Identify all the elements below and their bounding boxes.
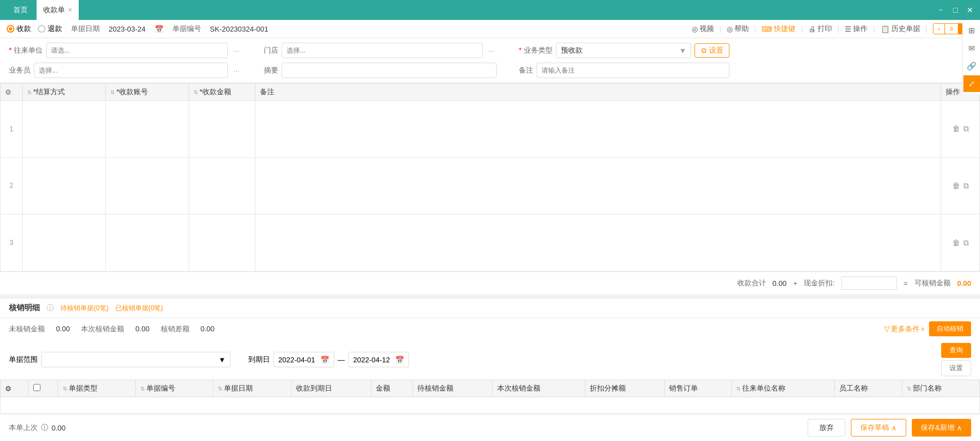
- history-btn[interactable]: 📋 历史单据: [881, 24, 920, 34]
- salesman-ellipsis[interactable]: ···: [231, 66, 242, 75]
- note-field: 备注: [519, 63, 729, 78]
- amount-cell-2[interactable]: [189, 157, 256, 214]
- tab-receipt-label: 收款单: [43, 0, 65, 20]
- done-tab[interactable]: 已核销单据(0笔): [115, 304, 164, 313]
- total-label: 收款合计: [737, 278, 766, 288]
- note-cell-2[interactable]: [256, 157, 941, 214]
- range-label: 单据范围: [9, 355, 38, 365]
- note-cell-1[interactable]: [256, 101, 941, 158]
- help-btn[interactable]: ◎ 帮助: [727, 24, 749, 34]
- bottom-table-header: ⚙ ⇅单据类型 ⇅单据编号 ⇅单据日期 收款到期日 金额 待核: [1, 380, 980, 397]
- radio-receipt[interactable]: 收款: [7, 24, 31, 34]
- date-to-input[interactable]: 2022-04-12 📅: [348, 352, 409, 367]
- plus-sign: +: [793, 279, 798, 288]
- number-label: 单据编号: [172, 24, 201, 34]
- minimize-btn[interactable]: －: [935, 5, 947, 15]
- setting-button[interactable]: ⚙ 设置: [695, 43, 729, 58]
- counterpart-ellipsis[interactable]: ···: [231, 47, 242, 55]
- operation-btn[interactable]: ☰ 操作: [845, 24, 867, 34]
- settle-cell-3[interactable]: [23, 214, 106, 271]
- gear-icon: ⚙: [701, 47, 707, 55]
- counterpart-label: * 往来单位: [9, 45, 43, 55]
- print-btn[interactable]: 🖨 打印: [809, 24, 832, 34]
- summary-row: 收款合计 0.00 + 现金折扣: = 可核销金额 0.00: [0, 271, 980, 294]
- settle-cell-1[interactable]: [23, 101, 106, 158]
- biztype-select[interactable]: 预收款 ▼: [556, 43, 691, 58]
- sidebar-mail-icon[interactable]: ✉: [963, 40, 980, 57]
- sidebar-table-icon[interactable]: ⊞: [963, 22, 980, 39]
- th-gear[interactable]: ⚙: [1, 84, 23, 101]
- account-cell-2[interactable]: [106, 157, 189, 214]
- hexiao-header: 核销明细 ⓘ 待核销单据(0笔) 已核销单据(0笔): [0, 299, 980, 318]
- bth-gear[interactable]: ⚙: [1, 380, 29, 397]
- hexiao-info-icon[interactable]: ⓘ: [47, 303, 54, 313]
- maximize-btn[interactable]: □: [951, 6, 960, 14]
- help-icon: ◎: [727, 25, 733, 33]
- radio-refund[interactable]: 退款: [38, 24, 62, 34]
- tab-bar: 首页 收款单 × － □ ✕: [0, 0, 980, 20]
- copy-icon-1[interactable]: ⧉: [963, 124, 969, 134]
- store-input[interactable]: [282, 43, 483, 58]
- footer-info-icon[interactable]: ⓘ: [41, 423, 48, 433]
- range-select[interactable]: ▼: [41, 352, 231, 367]
- account-cell-1[interactable]: [106, 101, 189, 158]
- tab-home[interactable]: 首页: [4, 0, 37, 20]
- abandon-btn[interactable]: 放弃: [808, 419, 845, 437]
- note-input[interactable]: [537, 63, 729, 78]
- view-prev[interactable]: ‹: [933, 24, 945, 34]
- more-conditions-btn[interactable]: ▽ 更多条件 ∧: [884, 324, 925, 334]
- sort-icon: ⇅: [736, 386, 741, 392]
- bth-number: ⇅单据编号: [135, 380, 213, 397]
- sep2: |: [754, 25, 756, 33]
- date-to-value: 2022-04-12: [353, 356, 390, 364]
- select-all-checkbox[interactable]: [33, 384, 40, 391]
- amount-cell-3[interactable]: [189, 214, 256, 271]
- date-from-input[interactable]: 2022-04-01 📅: [273, 352, 334, 367]
- video-btn[interactable]: ◎ 视频: [692, 24, 714, 34]
- biztype-label: * 业务类型: [519, 45, 553, 55]
- save-draft-btn[interactable]: 保存草稿 ∧: [851, 419, 906, 437]
- settle-cell-2[interactable]: [23, 157, 106, 214]
- date-label: 单据日期: [71, 24, 100, 34]
- tab-close-icon[interactable]: ×: [68, 0, 72, 20]
- sidebar-attach-icon[interactable]: 🔗: [963, 58, 980, 74]
- store-field: 门店 ···: [264, 43, 497, 58]
- copy-icon-3[interactable]: ⧉: [963, 238, 969, 248]
- gear-icon[interactable]: ⚙: [5, 88, 12, 96]
- note-cell-3[interactable]: [256, 214, 941, 271]
- form-row-2: 业务员 ··· 摘要 备注: [9, 63, 971, 78]
- query-btn[interactable]: 查询: [941, 343, 971, 358]
- hexiao-title: 核销明细: [9, 303, 40, 313]
- bth-checkbox[interactable]: [28, 380, 58, 397]
- account-cell-3[interactable]: [106, 214, 189, 271]
- pending-tab[interactable]: 待核销单据(0笔): [60, 304, 109, 313]
- delete-icon-2[interactable]: 🗑: [952, 181, 960, 191]
- discount-input[interactable]: [841, 276, 897, 290]
- sort-icon: ⇅: [63, 386, 67, 392]
- store-ellipsis[interactable]: ···: [486, 47, 497, 55]
- biztype-value: 预收款: [561, 45, 679, 55]
- sidebar-expand-icon[interactable]: ⤢: [963, 75, 980, 92]
- hexiao-setting-btn[interactable]: 设置: [941, 360, 971, 376]
- delete-icon-3[interactable]: 🗑: [952, 238, 960, 248]
- delete-icon-1[interactable]: 🗑: [952, 124, 960, 134]
- tab-receipt[interactable]: 收款单 ×: [37, 0, 79, 20]
- amount-cell-1[interactable]: [189, 101, 256, 158]
- salesman-input[interactable]: [34, 63, 228, 78]
- bth-staff: 员工名称: [835, 380, 902, 397]
- calendar-icon[interactable]: 📅: [155, 25, 164, 33]
- date-value: 2023-03-24: [109, 25, 146, 33]
- tab-bar-right: － □ ✕: [935, 5, 976, 15]
- counterpart-input[interactable]: [46, 43, 228, 58]
- th-account-label: *收款账号: [116, 87, 148, 97]
- auto-hexiao-btn[interactable]: 自动核销: [929, 321, 971, 336]
- diff-value: 0.00: [201, 325, 215, 333]
- copy-icon-2[interactable]: ⧉: [963, 181, 969, 191]
- close-btn[interactable]: ✕: [964, 6, 976, 14]
- op-cell-1: 🗑 ⧉: [941, 101, 980, 158]
- view-list[interactable]: ≡: [945, 24, 958, 34]
- summary-input[interactable]: [282, 63, 497, 78]
- gear-icon-bottom[interactable]: ⚙: [5, 384, 12, 393]
- shortcut-btn[interactable]: ⌨ 快捷键: [762, 24, 795, 34]
- save-new-btn[interactable]: 保存&新增 ∧: [912, 419, 971, 437]
